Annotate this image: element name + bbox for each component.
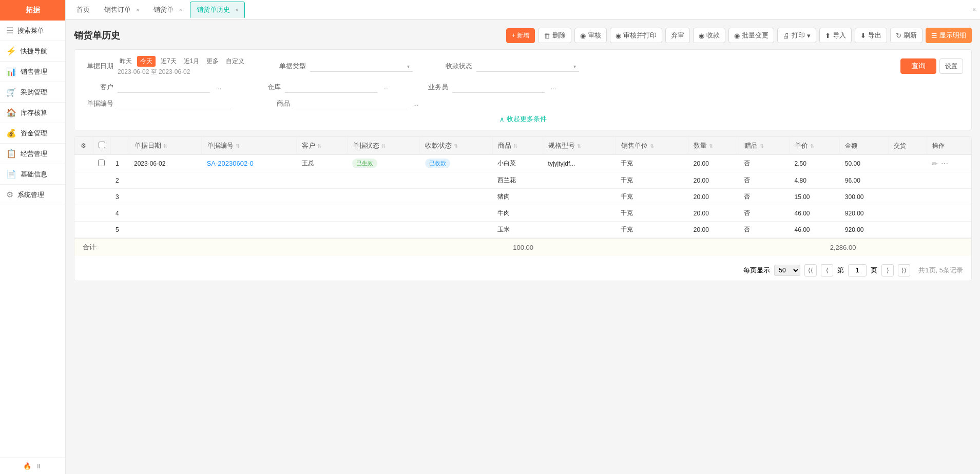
customer-dots-btn[interactable]: ...	[216, 84, 221, 91]
sidebar-item-ops-mgmt[interactable]: 📋 经营管理	[0, 144, 65, 164]
th-pay-status[interactable]: 收款状态 ⇅	[420, 137, 493, 155]
shortcut-yesterday[interactable]: 昨天	[118, 56, 134, 67]
sort-unit-icon[interactable]: ⇅	[650, 143, 654, 149]
settings-button[interactable]: 设置	[939, 58, 963, 74]
tab-sales-order[interactable]: 销售订单 ×	[98, 2, 146, 18]
doc-no-link[interactable]: SA-20230602-0	[207, 160, 254, 167]
filter-row-1: 单据日期 昨天 今天 近7天 近1月 更多 自定义 2023-06-02 至 2…	[83, 56, 963, 76]
th-unit[interactable]: 销售单位 ⇅	[616, 137, 688, 155]
filter-date-label: 单据日期	[83, 62, 113, 71]
import-button[interactable]: ⬆ 导入	[819, 28, 852, 43]
sort-paystatus-icon[interactable]: ⇅	[454, 143, 458, 149]
goods-dots-btn[interactable]: ...	[413, 100, 418, 107]
export-button[interactable]: ⬇ 导出	[855, 28, 887, 43]
sidebar-item-search-menu[interactable]: ☰ 搜索菜单	[0, 21, 65, 41]
sidebar-item-label: 销售管理	[21, 67, 47, 76]
th-doc-status[interactable]: 单据状态 ⇅	[347, 137, 420, 155]
sort-docno-icon[interactable]: ⇅	[236, 143, 240, 149]
tab-sales-goods[interactable]: 销货单 ×	[147, 2, 188, 18]
page-input[interactable]	[848, 264, 867, 276]
collapse-btn[interactable]: ∧ 收起更多条件	[83, 114, 963, 124]
prev-page-button[interactable]: ⟨	[821, 264, 833, 276]
th-gift[interactable]: 赠品 ⇅	[739, 137, 789, 155]
more-action-btn[interactable]: ⋯	[941, 160, 948, 168]
staff-input[interactable]	[452, 82, 545, 93]
pause-icon[interactable]: ⏸	[35, 462, 42, 470]
select-all-checkbox[interactable]	[99, 142, 105, 148]
delete-button[interactable]: 🗑 删除	[538, 28, 571, 43]
warehouse-input[interactable]	[285, 82, 377, 93]
doc-type-select[interactable]	[310, 61, 413, 72]
print-button[interactable]: 🖨 打印 ▾	[777, 28, 816, 43]
new-button[interactable]: + 新增	[506, 28, 535, 43]
sidebar-item-quick-nav[interactable]: ⚡ 快捷导航	[0, 41, 65, 62]
per-page-select[interactable]: 50 100 200	[774, 265, 800, 276]
sidebar-item-basic-info[interactable]: 📄 基础信息	[0, 164, 65, 185]
sidebar-item-sales-mgmt[interactable]: 📊 销售管理	[0, 62, 65, 82]
sort-docstatus-icon[interactable]: ⇅	[381, 143, 386, 149]
sidebar-item-label: 采购管理	[21, 88, 47, 97]
goods-input[interactable]	[294, 98, 407, 109]
th-customer[interactable]: 客户 ⇅	[297, 137, 347, 155]
cell-gift: 否	[739, 172, 789, 189]
tab-home[interactable]: 首页	[70, 2, 97, 18]
sidebar-item-inventory[interactable]: 🏠 库存核算	[0, 103, 65, 123]
cell-actions	[927, 189, 971, 205]
fire-icon[interactable]: 🔥	[23, 462, 31, 470]
customer-input[interactable]	[118, 82, 210, 93]
sidebar-item-purchase-mgmt[interactable]: 🛒 采购管理	[0, 82, 65, 103]
show-detail-button[interactable]: ☰ 显示明细	[926, 28, 972, 43]
shortcut-1month[interactable]: 近1月	[182, 56, 202, 67]
shortcut-more[interactable]: 更多	[204, 56, 221, 67]
sort-goods-icon[interactable]: ⇅	[513, 143, 517, 149]
sort-spec-icon[interactable]: ⇅	[577, 143, 581, 149]
next-page-button[interactable]: ⟩	[881, 264, 894, 276]
row-checkbox[interactable]	[98, 160, 105, 166]
close-all-button[interactable]: ×	[972, 6, 976, 13]
cell-transaction	[888, 189, 927, 205]
sort-qty-icon[interactable]: ⇅	[709, 143, 713, 149]
refresh-button[interactable]: ↻ 刷新	[890, 28, 923, 43]
cell-checkbox	[93, 205, 110, 222]
tab-sales-order-close[interactable]: ×	[136, 7, 139, 13]
tab-sales-goods-close[interactable]: ×	[179, 7, 182, 13]
th-unit-price[interactable]: 单价 ⇅	[789, 137, 839, 155]
shortcut-custom[interactable]: 自定义	[224, 56, 246, 67]
sort-customer-icon[interactable]: ⇅	[317, 143, 321, 149]
audit-button[interactable]: ◉ 审核	[574, 28, 607, 43]
payment-status-select[interactable]	[476, 61, 579, 72]
payment-status-select-wrapper	[476, 61, 579, 72]
sidebar-item-funds-mgmt[interactable]: 💰 资金管理	[0, 123, 65, 144]
page-unit: 页	[871, 266, 877, 275]
cell-doc-no[interactable]: SA-20230602-0	[202, 155, 297, 172]
sort-date-icon[interactable]: ⇅	[163, 143, 167, 149]
filter-staff: 业务员 ...	[417, 82, 556, 93]
tab-sales-history-close[interactable]: ×	[235, 7, 238, 13]
cell-settings	[74, 205, 93, 222]
cell-unit: 千克	[616, 155, 688, 172]
th-date[interactable]: 单据日期 ⇅	[129, 137, 202, 155]
audit-print-button[interactable]: ◉ 审核并打印	[610, 28, 662, 43]
sidebar-item-system-mgmt[interactable]: ⚙ 系统管理	[0, 185, 65, 205]
abandon-button[interactable]: 弃审	[665, 28, 690, 43]
query-button[interactable]: 查询	[900, 58, 936, 74]
th-doc-no[interactable]: 单据编号 ⇅	[202, 137, 297, 155]
warehouse-dots-btn[interactable]: ...	[383, 84, 389, 91]
edit-action-btn[interactable]: ✏	[932, 160, 938, 168]
collect-button[interactable]: ◉ 收款	[693, 28, 725, 43]
cell-transaction	[888, 205, 927, 222]
th-spec[interactable]: 规格型号 ⇅	[543, 137, 616, 155]
th-settings[interactable]: ⚙	[74, 137, 93, 155]
last-page-button[interactable]: ⟩⟩	[898, 264, 910, 276]
tab-sales-history[interactable]: 销货单历史 ×	[190, 2, 245, 18]
first-page-button[interactable]: ⟨⟨	[804, 264, 817, 276]
th-qty[interactable]: 数量 ⇅	[688, 137, 739, 155]
sort-unitprice-icon[interactable]: ⇅	[810, 143, 814, 149]
sort-gift-icon[interactable]: ⇅	[760, 143, 764, 149]
th-goods[interactable]: 商品 ⇅	[492, 137, 543, 155]
staff-dots-btn[interactable]: ...	[551, 84, 556, 91]
doc-no-input[interactable]	[118, 98, 230, 109]
batch-change-button[interactable]: ◉ 批量变更	[728, 28, 774, 43]
shortcut-7days[interactable]: 近7天	[159, 56, 179, 67]
shortcut-today[interactable]: 今天	[137, 56, 156, 67]
